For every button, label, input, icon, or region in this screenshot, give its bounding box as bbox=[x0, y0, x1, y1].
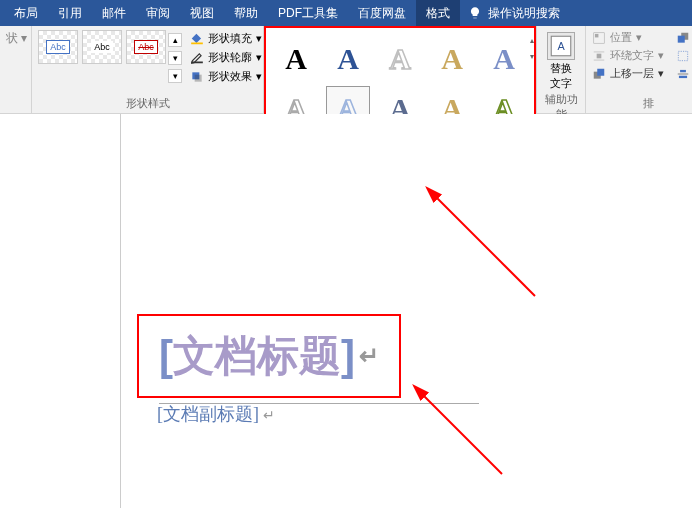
lightbulb-icon bbox=[468, 6, 482, 20]
tab-PDF工具集[interactable]: PDF工具集 bbox=[268, 0, 348, 26]
replace-text-group: A 替换 文字 辅助功能 bbox=[537, 26, 586, 113]
wrap-icon bbox=[592, 49, 606, 63]
svg-rect-0 bbox=[191, 42, 203, 44]
align-item[interactable]: 对 bbox=[676, 66, 692, 81]
svg-rect-18 bbox=[679, 75, 687, 77]
svg-rect-3 bbox=[195, 74, 202, 81]
edge-group: 状 ▾ bbox=[0, 26, 32, 113]
position-item[interactable]: 位置 ▾ bbox=[592, 30, 664, 45]
tab-布局[interactable]: 布局 bbox=[4, 0, 48, 26]
shape-outline-item[interactable]: 形状轮廓 ▾ bbox=[190, 49, 262, 66]
shape-menu: 形状填充 ▾ 形状轮廓 ▾ 形状效果 ▾ bbox=[190, 30, 262, 85]
shape-style-label: 形状样式 bbox=[38, 96, 257, 111]
shape-fill-item[interactable]: 形状填充 ▾ bbox=[190, 30, 262, 47]
paragraph-mark-icon: ↵ bbox=[359, 342, 379, 370]
tab-视图[interactable]: 视图 bbox=[180, 0, 224, 26]
replace-text-icon: A bbox=[547, 32, 575, 60]
document-area[interactable]: [文档标题] ↵ [文档副标题]↵ bbox=[120, 114, 692, 508]
tab-引用[interactable]: 引用 bbox=[48, 0, 92, 26]
back-icon bbox=[676, 31, 690, 45]
svg-text:A: A bbox=[557, 40, 565, 52]
wordart-side-handle: ▴ ▾ bbox=[530, 36, 540, 62]
shape-sample-3[interactable]: Abc bbox=[126, 30, 166, 64]
back-item[interactable]: 下 bbox=[676, 30, 692, 45]
document-subtitle[interactable]: [文档副标题]↵ bbox=[157, 402, 275, 426]
annotation-arrow-2 bbox=[412, 384, 512, 484]
svg-rect-17 bbox=[680, 69, 686, 71]
svg-line-19 bbox=[435, 196, 535, 296]
shape-sample-1[interactable]: Abc bbox=[38, 30, 78, 64]
wordart-down-icon[interactable]: ▾ bbox=[530, 52, 540, 62]
svg-rect-1 bbox=[191, 61, 203, 63]
shape-style-samples: Abc Abc Abc bbox=[38, 30, 166, 85]
help-search[interactable]: 操作说明搜索 bbox=[468, 5, 560, 22]
selection-icon bbox=[676, 49, 690, 63]
shape-sample-2[interactable]: Abc bbox=[82, 30, 122, 64]
wordart-up-icon[interactable]: ▴ bbox=[530, 36, 540, 46]
help-search-text: 操作说明搜索 bbox=[488, 5, 560, 22]
document-title[interactable]: [文档标题] ↵ bbox=[159, 328, 379, 384]
wordart-style-0-3[interactable]: A bbox=[430, 36, 474, 82]
tab-审阅[interactable]: 审阅 bbox=[136, 0, 180, 26]
tab-bar: 布局引用邮件审阅视图帮助PDF工具集百度网盘格式 操作说明搜索 bbox=[0, 0, 692, 26]
tab-百度网盘[interactable]: 百度网盘 bbox=[348, 0, 416, 26]
svg-rect-14 bbox=[678, 35, 685, 42]
annotation-arrow-1 bbox=[425, 186, 545, 306]
effects-icon bbox=[190, 70, 204, 84]
tab-格式[interactable]: 格式 bbox=[416, 0, 460, 26]
align-icon bbox=[676, 67, 690, 81]
svg-line-20 bbox=[422, 394, 502, 474]
arrange-label: 排 bbox=[592, 96, 692, 111]
bucket-icon bbox=[190, 32, 204, 46]
style-more-button[interactable]: ▾ bbox=[168, 69, 182, 83]
shape-effects-item[interactable]: 形状效果 ▾ bbox=[190, 68, 262, 85]
wrap-item[interactable]: 环绕文字 ▾ bbox=[592, 48, 664, 63]
position-icon bbox=[592, 31, 606, 45]
select-pane-item[interactable]: 选 bbox=[676, 48, 692, 63]
wordart-style-0-4[interactable]: A bbox=[482, 36, 526, 82]
replace-text-button[interactable]: A 替换 文字 bbox=[543, 30, 579, 92]
shape-state-item[interactable]: 状 ▾ bbox=[6, 30, 25, 47]
title-highlight-box: [文档标题] ↵ bbox=[137, 314, 401, 398]
svg-rect-15 bbox=[678, 51, 687, 60]
style-up-button[interactable]: ▴ bbox=[168, 33, 182, 47]
forward-item[interactable]: 上移一层 ▾ bbox=[592, 66, 664, 81]
svg-rect-12 bbox=[597, 68, 604, 75]
style-down-button[interactable]: ▾ bbox=[168, 51, 182, 65]
pen-icon bbox=[190, 51, 204, 65]
wordart-style-0-0[interactable]: A bbox=[274, 36, 318, 82]
shape-style-nav: ▴ ▾ ▾ bbox=[166, 30, 184, 85]
forward-icon bbox=[592, 67, 606, 81]
wordart-style-0-1[interactable]: A bbox=[326, 36, 370, 82]
svg-rect-8 bbox=[597, 53, 602, 58]
wordart-group: AAAAAAAAAAAAAAA ▴ ▾ bbox=[264, 26, 537, 113]
shape-style-group: Abc Abc Abc ▴ ▾ ▾ 形状填充 ▾ 形状轮廓 ▾ bbox=[32, 26, 264, 113]
ribbon: 状 ▾ Abc Abc Abc ▴ ▾ ▾ 形状填充 ▾ 形状轮廓 bbox=[0, 26, 692, 114]
wordart-style-0-2[interactable]: A bbox=[378, 36, 422, 82]
arrange-group: 位置 ▾ 环绕文字 ▾ 上移一层 ▾ 下 选 bbox=[586, 26, 692, 113]
paragraph-mark-icon: ↵ bbox=[263, 408, 275, 423]
svg-rect-7 bbox=[595, 33, 599, 37]
tab-邮件[interactable]: 邮件 bbox=[92, 0, 136, 26]
tab-帮助[interactable]: 帮助 bbox=[224, 0, 268, 26]
